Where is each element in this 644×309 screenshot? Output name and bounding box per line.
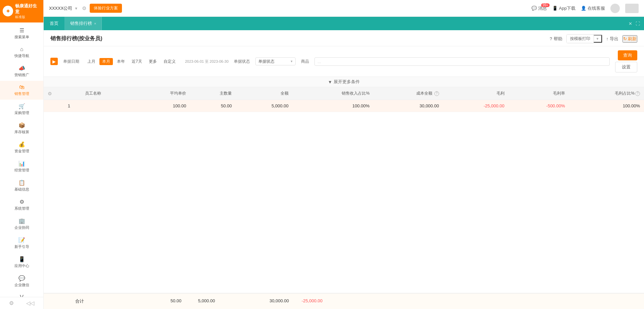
footer-settings-cell [48, 297, 61, 306]
sidebar-item-marketing[interactable]: 📣 营销推广 [0, 62, 43, 81]
footer-cells: 合计 50.00 5,000.00 30,000.00 -25,000.00 [48, 297, 640, 306]
footer-label: 合计 [71, 297, 132, 306]
footer-avg-price [132, 297, 159, 306]
col-cost: 成本全额 ? [374, 87, 443, 100]
sidebar-item-inventory[interactable]: 📦 库存核算 [0, 119, 43, 138]
data-table: ⚙ 员工名称 平均单价 主数量 全额 销售收入占比% 成本全额 ? 毛利 毛利率… [44, 87, 644, 112]
sidebar-bottom: ⚙ ◁◁ [0, 297, 43, 309]
settings-bottom-icon[interactable]: ⚙ [9, 300, 14, 306]
table-header-row: ⚙ 员工名称 平均单价 主数量 全额 销售收入占比% 成本全额 ? 毛利 毛利率… [44, 87, 644, 100]
enterprise-icon: 🏢 [18, 218, 25, 224]
print-btn[interactable]: 按模板打印 [567, 35, 594, 43]
print-arrow-icon[interactable]: ▼ [594, 35, 602, 43]
logo-icon: ✦ [3, 6, 13, 16]
purchase-icon: 🛒 [18, 103, 25, 109]
cell-avg-price: 100.00 [135, 100, 190, 112]
date-tab-current-month[interactable]: 本月 [99, 58, 113, 65]
wechat-icon: 💬 [18, 275, 25, 281]
sidebar-item-guide[interactable]: 📝 新手引导 [0, 234, 43, 253]
header-actions: ? 帮助 按模板打印 ▼ ↑ 导出 ↻ 刷新 [550, 34, 637, 43]
date-tab-prev-month[interactable]: 上月 [85, 58, 98, 65]
help-btn[interactable]: ? 帮助 [550, 36, 562, 42]
sidebar-item-system[interactable]: ⚙ 系统管理 [0, 195, 43, 214]
date-tab-more[interactable]: 更多 [146, 58, 160, 65]
sidebar-item-finance[interactable]: 💰 资金管理 [0, 138, 43, 157]
app-subtitle: 标准版 [15, 15, 41, 19]
close-window-icon[interactable]: ✕ [629, 21, 632, 26]
sidebar-item-sales[interactable]: 🛍 销售管理 [0, 81, 43, 100]
footer-gross-pct [353, 297, 380, 306]
export-btn[interactable]: ↑ 导出 [606, 36, 619, 42]
message-badge: 99+ [541, 3, 550, 7]
collapse-sidebar-icon[interactable]: ◁◁ [26, 300, 34, 306]
tab-close-icon[interactable]: × [94, 21, 96, 25]
user-name-placeholder [625, 4, 639, 13]
page-container: 销售排行榜(按业务员) ? 帮助 按模板打印 ▼ ↑ 导出 [44, 30, 644, 309]
settings-btn[interactable]: 设置 [615, 62, 637, 72]
online-service-action[interactable]: 👤 在线客服 [581, 5, 605, 11]
user-avatar[interactable] [610, 4, 620, 13]
filter-expand-icon[interactable]: ▶ [50, 58, 58, 65]
expand-conditions-btn[interactable]: ▼ 展开更多条件 [328, 79, 360, 85]
app-download-label: App下载 [559, 5, 575, 11]
sidebar-item-quick-nav[interactable]: ⌂ 快捷导航 [0, 43, 43, 62]
gross-pct-info-icon[interactable]: ? [635, 91, 640, 96]
tab-label: 销售排行榜 [70, 20, 92, 27]
table-body: 1 100.00 50.00 5,000.00 100.00% 30,000.0… [44, 100, 644, 112]
sidebar-item-app-center[interactable]: 📱 应用中心 [0, 253, 43, 272]
cell-gross: -25,000.00 [443, 100, 509, 112]
col-qty: 主数量 [190, 87, 236, 100]
filter-actions: 查询 设置 [615, 50, 637, 72]
cost-info-icon[interactable]: ? [434, 91, 439, 96]
sidebar-item-enterprise[interactable]: 🏢 企业协同 [0, 214, 43, 234]
company-arrow-icon: ▼ [74, 6, 78, 10]
col-amount: 全额 [236, 87, 293, 100]
sidebar-item-member[interactable]: V 畅会员 [0, 291, 43, 297]
inventory-icon: 📦 [18, 122, 25, 128]
status-select[interactable]: 单据状态 [255, 57, 296, 65]
help-icon: ? [550, 36, 552, 41]
sidebar-item-purchase[interactable]: 🛒 采购管理 [0, 100, 43, 119]
sidebar-item-wechat[interactable]: 💬 企业微信 [0, 272, 43, 291]
date-tab-custom[interactable]: 自定义 [161, 58, 178, 65]
maximize-window-icon[interactable]: ⛶ [636, 21, 640, 26]
col-gross: 毛利 [443, 87, 509, 100]
more-conditions-bar: ▼ 展开更多条件 [44, 77, 644, 87]
sidebar-nav: ☰ 搜索菜单 ⌂ 快捷导航 📣 营销推广 🛍 销售管理 🛒 采购管理 📦 库存核… [0, 22, 43, 297]
date-tab-7days[interactable]: 近7天 [129, 58, 145, 65]
trial-btn[interactable]: 体验行业方案 [90, 4, 122, 13]
date-tab-year[interactable]: 本年 [114, 58, 128, 65]
service-icon: 👤 [581, 6, 586, 11]
tab-sales-ranking[interactable]: 销售排行榜 × [65, 17, 102, 30]
cell-rank: 1 [57, 100, 81, 112]
print-btn-group: 按模板打印 ▼ [566, 34, 602, 43]
finance-icon: 💰 [18, 141, 25, 148]
cell-amount: 5,000.00 [236, 100, 293, 112]
col-employee-name: 员工名称 [81, 87, 136, 100]
sidebar-item-base-info[interactable]: 📋 基础信息 [0, 176, 43, 195]
sidebar-item-search[interactable]: ☰ 搜索菜单 [0, 24, 43, 43]
main-content: XXXXX公司 ▼ ⚙ 体验行业方案 💬 消息 99+ 📱 App下载 👤 在线… [44, 0, 644, 309]
col-settings: ⚙ [44, 87, 57, 100]
app-title: 畅康通好生意 [15, 3, 41, 15]
cell-settings [44, 100, 57, 112]
topbar: XXXXX公司 ▼ ⚙ 体验行业方案 💬 消息 99+ 📱 App下载 👤 在线… [44, 0, 644, 17]
tab-home[interactable]: 首页 [44, 17, 65, 30]
message-action[interactable]: 💬 消息 99+ [531, 5, 547, 11]
cell-cost: 30,000.00 [374, 100, 443, 112]
company-settings-icon[interactable]: ⚙ [82, 5, 86, 11]
table-settings-icon[interactable]: ⚙ [48, 91, 52, 96]
col-rank [57, 87, 81, 100]
table-footer: 合计 50.00 5,000.00 30,000.00 -25,000.00 [44, 293, 644, 309]
service-label: 在线客服 [588, 5, 605, 11]
footer-cost: 30,000.00 [259, 297, 293, 306]
sidebar-item-operations[interactable]: 📊 经营管理 [0, 157, 43, 176]
refresh-btn[interactable]: ↻ 刷新 [622, 35, 637, 43]
app-download-action[interactable]: 📱 App下载 [552, 5, 575, 11]
search-icon: ☰ [19, 27, 24, 34]
status-select-wrapper: 单据状态 [255, 57, 296, 65]
company-selector[interactable]: XXXXX公司 ▼ [49, 5, 78, 11]
query-btn[interactable]: 查询 [618, 50, 637, 60]
export-icon: ↑ [606, 36, 609, 41]
tabbar: 首页 销售排行榜 × ✕ ⛶ [44, 17, 644, 30]
